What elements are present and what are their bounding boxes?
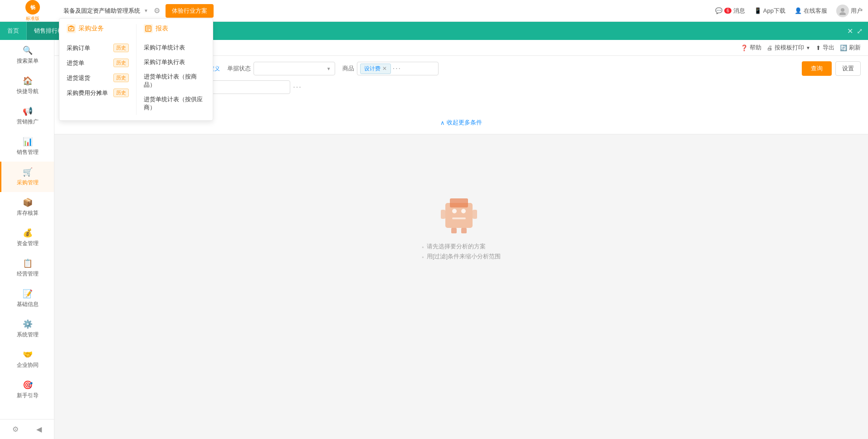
empty-illustration <box>434 189 488 236</box>
guide-icon: 🎯 <box>23 380 33 390</box>
title-dropdown-arrow[interactable]: ▼ <box>144 8 148 13</box>
system-title-area: 装备及固定资产辅助管理系统 ▼ ⚙ <box>63 6 160 15</box>
salesman-dots[interactable]: ··· <box>293 83 302 91</box>
inventory-icon: 📦 <box>23 197 33 207</box>
sidebar-item-purchase[interactable]: 🛒 采购管理 <box>0 162 54 192</box>
dropdown-item-order-stats[interactable]: 采购订单统计表 <box>144 40 206 55</box>
sidebar-item-search[interactable]: 🔍 搜索菜单 <box>0 40 54 70</box>
operations-icon: 📋 <box>23 258 33 268</box>
empty-tip-2: 用[过滤]条件来缩小分析范围 <box>422 252 501 261</box>
search-icon: 🔍 <box>23 45 33 55</box>
sidebar-item-sales-label: 销售管理 <box>17 148 39 156</box>
tab-home[interactable]: 首页 <box>0 22 27 40</box>
sidebar-collapse-icon[interactable]: ◀ <box>36 425 42 434</box>
sidebar-item-enterprise[interactable]: 🤝 企业协同 <box>0 344 54 375</box>
purchase-order-history-tag: 历史 <box>113 44 129 52</box>
message-label: 消息 <box>733 7 745 15</box>
enterprise-icon: 🤝 <box>23 350 33 360</box>
purchase-expense-label: 采购费用分摊单 <box>67 89 108 97</box>
order-exec-label: 采购订单执行表 <box>144 58 185 66</box>
service-icon: 👤 <box>795 7 802 14</box>
help-icon: ❓ <box>741 44 748 51</box>
receipt-stats-supplier-label: 进货单统计表（按供应商） <box>144 95 206 112</box>
message-icon: 💬 <box>715 7 722 14</box>
dropdown-item-receipt-stats-goods[interactable]: 进货单统计表（按商品） <box>144 69 206 92</box>
sidebar-item-sales[interactable]: 📊 销售管理 <box>0 131 54 162</box>
logo-text: 标准版 <box>26 15 39 22</box>
sidebar-item-search-label: 搜索菜单 <box>17 57 39 65</box>
sidebar-item-purchase-label: 采购管理 <box>17 179 39 187</box>
goods-more-dots[interactable]: ··· <box>393 64 401 73</box>
dropdown-item-purchase-expense[interactable]: 采购费用分摊单 历史 <box>67 85 129 100</box>
sidebar-item-quick-nav[interactable]: 🏠 快捷导航 <box>0 70 54 101</box>
sidebar-item-enterprise-label: 企业协同 <box>17 361 39 369</box>
purchase-return-history-tag: 历史 <box>113 74 129 82</box>
empty-tip-1: 请先选择要分析的方案 <box>422 242 501 252</box>
dropdown-purchase-col: 采购业务 采购订单 历史 进货单 历史 进货退货 历史 采购费用分摊单 历史 <box>59 24 136 115</box>
message-badge: 6 <box>724 8 731 14</box>
sidebar-item-finance[interactable]: 💰 资金管理 <box>0 222 54 253</box>
sidebar-item-marketing[interactable]: 📢 营销推广 <box>0 101 54 131</box>
logo-icon: 畅 <box>25 0 40 15</box>
purchase-section-title: 采购业务 <box>78 25 104 33</box>
purchase-header-icon <box>67 24 76 33</box>
online-service-btn[interactable]: 👤 在线客服 <box>795 7 827 15</box>
finance-icon: 💰 <box>23 228 33 238</box>
system-title: 装备及固定资产辅助管理系统 <box>63 7 140 15</box>
svg-point-6 <box>452 209 457 213</box>
sidebar-item-guide[interactable]: 🎯 新手引导 <box>0 375 54 405</box>
app-download-btn[interactable]: 📱 App下载 <box>754 7 785 15</box>
export-btn[interactable]: ⬆ 导出 <box>816 44 834 52</box>
tab-close-all-icon[interactable]: ✕ <box>847 27 853 35</box>
salesman-select[interactable] <box>209 80 290 94</box>
goods-tag-close[interactable]: ✕ <box>382 65 387 72</box>
phone-icon: 📱 <box>754 7 761 14</box>
user-btn[interactable]: 用户 <box>836 5 863 17</box>
main-layout: 🔍 搜索菜单 🏠 快捷导航 📢 营销推广 📊 销售管理 🛒 采购管理 📦 库存核… <box>0 40 868 439</box>
sidebar-item-operations[interactable]: 📋 经营管理 <box>0 253 54 283</box>
filter-settings-btn[interactable]: 设置 <box>835 61 861 76</box>
dropdown-report-header: 报表 <box>144 24 206 36</box>
dropdown-item-order-exec[interactable]: 采购订单执行表 <box>144 55 206 69</box>
svg-rect-9 <box>441 210 445 219</box>
sidebar-item-inventory-label: 库存核算 <box>17 209 39 217</box>
sidebar-item-inventory[interactable]: 📦 库存核算 <box>0 192 54 222</box>
dropdown-item-purchase-order[interactable]: 采购订单 历史 <box>67 40 129 55</box>
collapse-arrow-icon: ∧ <box>440 119 445 126</box>
dropdown-item-purchase-return[interactable]: 进货退货 历史 <box>67 70 129 85</box>
purchase-expense-history-tag: 历史 <box>113 89 129 97</box>
purchase-icon: 🛒 <box>23 167 33 177</box>
query-btn[interactable]: 查询 <box>802 61 832 76</box>
print-label: 按模板打印 <box>775 44 804 52</box>
dropdown-item-purchase-receipt[interactable]: 进货单 历史 <box>67 55 129 70</box>
dropdown-item-receipt-stats-supplier[interactable]: 进货单统计表（按供应商） <box>144 92 206 115</box>
dropdown-purchase-header: 采购业务 <box>67 24 129 36</box>
sidebar-settings-icon[interactable]: ⚙ <box>12 425 19 434</box>
tab-bar-actions: ✕ ⤢ <box>847 27 868 35</box>
purchase-receipt-label: 进货单 <box>67 59 84 67</box>
dropdown-menu: 采购业务 采购订单 历史 进货单 历史 进货退货 历史 采购费用分摊单 历史 <box>59 18 213 121</box>
print-btn[interactable]: 🖨 按模板打印 ▼ <box>767 44 810 52</box>
action-buttons: 查询 设置 <box>802 61 861 76</box>
dropdown-report-col: 报表 采购订单统计表 采购订单执行表 进货单统计表（按商品） 进货单统计表（按供… <box>136 24 213 115</box>
user-label: 用户 <box>851 7 863 15</box>
help-btn[interactable]: ❓ 帮助 <box>741 44 761 52</box>
app-download-label: App下载 <box>763 7 785 15</box>
doc-status-select[interactable]: ▼ <box>254 62 335 75</box>
svg-rect-5 <box>450 198 468 207</box>
svg-point-7 <box>461 209 466 213</box>
header-right: 💬 6 消息 📱 App下载 👤 在线客服 用户 <box>715 5 863 17</box>
sidebar-item-system[interactable]: ⚙️ 系统管理 <box>0 314 54 344</box>
print-icon: 🖨 <box>767 44 773 51</box>
print-arrow[interactable]: ▼ <box>806 45 810 50</box>
tab-expand-icon[interactable]: ⤢ <box>857 27 863 35</box>
receipt-stats-goods-label: 进货单统计表（按商品） <box>144 73 206 89</box>
refresh-btn[interactable]: 🔄 刷新 <box>840 44 861 52</box>
sidebar-item-basic-info[interactable]: 📝 基础信息 <box>0 283 54 314</box>
tab-home-label: 首页 <box>7 27 19 35</box>
refresh-label: 刷新 <box>849 44 861 52</box>
industry-btn[interactable]: 体验行业方案 <box>166 4 214 18</box>
settings-icon[interactable]: ⚙ <box>154 6 160 15</box>
sidebar-item-quick-nav-label: 快捷导航 <box>17 88 39 95</box>
message-btn[interactable]: 💬 6 消息 <box>715 7 745 15</box>
